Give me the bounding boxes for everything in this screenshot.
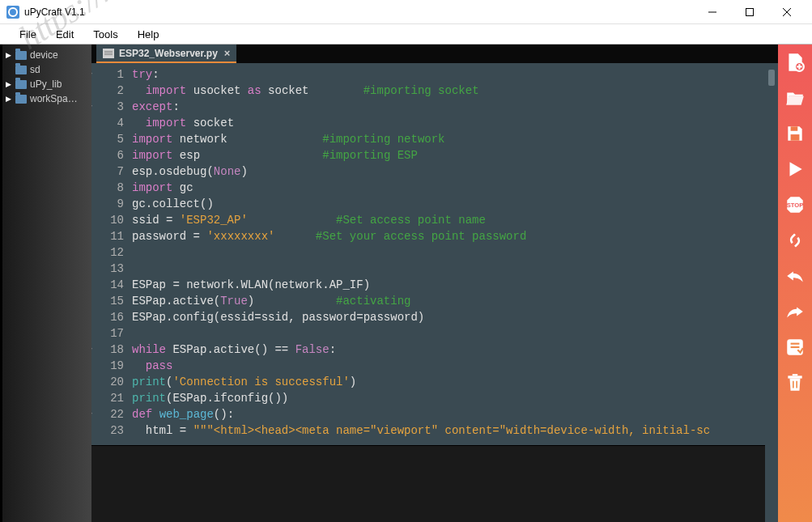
syntax-check-button[interactable]: [782, 334, 808, 360]
scrollbar-thumb[interactable]: [768, 70, 775, 86]
svg-rect-14: [788, 376, 801, 378]
menu-help[interactable]: Help: [128, 25, 169, 44]
right-toolbar: STOP: [778, 45, 812, 522]
code-editor[interactable]: 1▾23▾456789101112131415161718▾19202122▾2…: [91, 63, 778, 439]
expand-icon: ▶: [6, 51, 14, 59]
folder-icon: [15, 66, 27, 74]
maximize-button[interactable]: [731, 0, 768, 24]
tree-item-sd[interactable]: sd: [2, 62, 91, 77]
redo-button[interactable]: [782, 299, 808, 325]
svg-rect-8: [791, 134, 800, 141]
file-tree-sidebar: ▶ device sd ▶ uPy_lib ▶ workSpa…: [2, 45, 91, 522]
menu-file[interactable]: File: [10, 25, 46, 44]
folder-icon: [15, 95, 27, 104]
minimize-button[interactable]: [694, 0, 731, 24]
menu-edit[interactable]: Edit: [46, 25, 83, 44]
svg-rect-7: [791, 126, 798, 130]
folder-icon: [15, 51, 27, 60]
vertical-scrollbar[interactable]: [765, 63, 778, 522]
tree-label: sd: [30, 64, 40, 75]
tree-item-upylib[interactable]: ▶ uPy_lib: [2, 77, 91, 91]
file-icon: [103, 49, 114, 58]
tab-close-icon[interactable]: ×: [224, 47, 231, 59]
tab-bar: ESP32_Webserver.py ×: [91, 45, 778, 63]
tree-item-device[interactable]: ▶ device: [2, 48, 91, 62]
tree-label: device: [30, 49, 58, 61]
open-file-button[interactable]: [782, 85, 808, 111]
save-button[interactable]: [782, 121, 808, 146]
tree-label: workSpa…: [30, 93, 78, 104]
code-content[interactable]: try: import usocket as socket #importing…: [132, 66, 778, 439]
undo-button[interactable]: [782, 263, 808, 289]
menu-bar: File Edit Tools Help: [0, 24, 812, 45]
svg-rect-15: [793, 374, 798, 376]
clear-button[interactable]: [782, 370, 808, 396]
tab-active[interactable]: ESP32_Webserver.py ×: [96, 45, 236, 63]
console-panel[interactable]: [91, 445, 778, 522]
close-button[interactable]: [768, 0, 806, 24]
connect-button[interactable]: [782, 227, 808, 253]
stop-button[interactable]: STOP: [782, 192, 808, 218]
title-bar: uPyCraft V1.1: [0, 0, 812, 24]
expand-icon: ▶: [6, 95, 14, 103]
menu-tools[interactable]: Tools: [83, 25, 127, 44]
editor-area: ESP32_Webserver.py × 1▾23▾45678910111213…: [91, 45, 778, 522]
svg-text:STOP: STOP: [787, 202, 804, 209]
folder-icon: [15, 80, 27, 89]
expand-icon: ▶: [6, 80, 14, 88]
run-button[interactable]: [782, 156, 808, 182]
tree-label: uPy_lib: [30, 79, 62, 90]
svg-rect-1: [746, 8, 754, 15]
new-file-button[interactable]: [782, 49, 808, 75]
line-number-gutter: 1▾23▾456789101112131415161718▾19202122▾2…: [91, 66, 132, 439]
app-icon: [6, 6, 19, 19]
tree-item-workspace[interactable]: ▶ workSpa…: [2, 91, 91, 106]
window-title: uPyCraft V1.1: [24, 6, 694, 18]
tab-filename: ESP32_Webserver.py: [119, 48, 218, 59]
